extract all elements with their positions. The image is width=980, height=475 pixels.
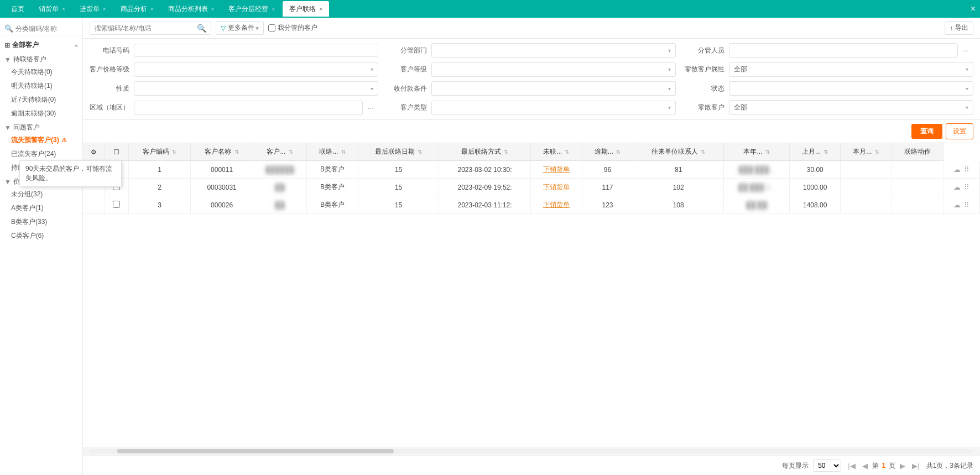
next-page-btn[interactable]: ▶ <box>898 461 908 471</box>
my-customers-wrap: 我分管的客户 <box>268 23 317 33</box>
filter-dept-label: 分管部门 <box>387 46 431 55</box>
tab-sales[interactable]: 销货单 × <box>32 1 72 17</box>
sidebar-item-class-c[interactable]: C类客户(6) <box>0 229 82 243</box>
sidebar-all-customers[interactable]: ⊞ 全部客户 « <box>0 38 82 53</box>
sidebar-item-today[interactable]: 今天待联络(0) <box>0 65 82 79</box>
col-last-date[interactable]: 最后联络日期 ⇅ <box>358 143 439 161</box>
tab-home[interactable]: 首页 <box>4 1 31 17</box>
row-checkbox-cell[interactable] <box>105 196 128 214</box>
filter-manager: 分管人员 ··· <box>685 43 973 58</box>
warning-icon: ⚠ <box>61 137 67 144</box>
sidebar-item-7days[interactable]: 近7天待联络(0) <box>0 93 82 107</box>
sidebar-item-class-b[interactable]: B类客户(33) <box>0 215 82 229</box>
tab-purchase-close[interactable]: × <box>103 6 106 12</box>
tab-analysis-list[interactable]: 商品分析列表 × <box>161 1 221 17</box>
sidebar-search-input[interactable] <box>15 25 83 33</box>
tab-customer-tier[interactable]: 客户分层经营 × <box>222 1 282 17</box>
table-row: 3 000026 ██ B类客户 15 2023-02-03 11:12: 下销… <box>83 196 980 214</box>
filter-retail-customer-select[interactable]: 全部 ▾ <box>729 100 973 115</box>
col-uncontacted[interactable]: 未联... ⇅ <box>530 143 582 161</box>
col-overdue[interactable]: 逾期... ⇅ <box>582 143 633 161</box>
sidebar-section-problem[interactable]: ▼ 问题客户 <box>0 121 82 133</box>
search-button[interactable]: 🔍 <box>197 24 206 33</box>
filter-row-3: 性质 ▾ 收付款条件 ▾ 状态 <box>90 81 973 96</box>
row-last-method[interactable]: 下销货单 <box>530 161 582 179</box>
filter-region-more[interactable]: ··· <box>363 103 378 112</box>
more-actions-icon[interactable]: ⠿ <box>964 165 969 174</box>
tab-analysis-close[interactable]: × <box>150 6 154 12</box>
col-code[interactable]: 客户编码 ⇅ <box>128 143 190 161</box>
horizontal-scrollbar[interactable] <box>90 449 973 453</box>
filter-region-label: 区域（地区） <box>90 103 134 112</box>
sidebar-collapse-btn[interactable]: « <box>75 42 78 49</box>
filter-nature-label: 性质 <box>90 84 134 93</box>
col-this-month[interactable]: 本月... ⇅ <box>841 143 892 161</box>
sidebar-item-ungrouped[interactable]: 未分组(32) <box>0 187 82 201</box>
first-page-btn[interactable]: |◀ <box>846 461 857 471</box>
col-checkbox[interactable]: ☐ <box>105 143 128 161</box>
query-button[interactable]: 查询 <box>911 124 942 139</box>
close-all-btn[interactable]: × <box>971 4 976 14</box>
filter-dept-select[interactable]: ▾ <box>431 43 676 58</box>
tab-analysis[interactable]: 商品分析 × <box>114 1 160 17</box>
col-contact-count[interactable]: 联络... ⇅ <box>307 143 358 161</box>
sidebar-item-class-a[interactable]: A类客户(1) <box>0 201 82 215</box>
col-contact-person[interactable]: 往来单位联系人 ⇅ <box>633 143 724 161</box>
filter-status-select[interactable]: ▾ <box>729 81 973 96</box>
col-this-year[interactable]: 本年... ⇅ <box>724 143 790 161</box>
footer: 每页显示 50 100 200 |◀ ◀ 第 1 页 ▶ ▶| 共1页，3条记录 <box>83 456 980 475</box>
tab-purchase[interactable]: 进货单 × <box>73 1 113 17</box>
sidebar-item-overdue[interactable]: 逾期未联络(30) <box>0 107 82 121</box>
row-overdue: 81 <box>633 161 724 179</box>
row-last-method[interactable]: 下销货单 <box>530 179 582 196</box>
settings-button[interactable]: 设置 <box>946 123 973 139</box>
contact-icon[interactable]: ☁ <box>953 183 961 191</box>
last-page-btn[interactable]: ▶| <box>910 461 921 471</box>
filter-more-btn[interactable]: ▽ 更多条件 ▾ <box>216 21 264 35</box>
scrollbar-thumb[interactable] <box>117 449 394 453</box>
col-type[interactable]: 客户... ⇅ <box>253 143 307 161</box>
tab-analysis-list-close[interactable]: × <box>211 6 215 12</box>
sidebar-item-churn-warning[interactable]: 流失预警客户(3) ⚠ <box>0 133 82 147</box>
sidebar-item-tomorrow[interactable]: 明天待联络(1) <box>0 79 82 93</box>
tab-sales-close[interactable]: × <box>62 6 65 12</box>
filter-phone: 电话号码 <box>90 44 378 57</box>
tab-customer-contact-close[interactable]: × <box>319 6 322 12</box>
filter-customer-tier-select[interactable]: ▾ <box>431 62 676 77</box>
prev-page-btn[interactable]: ◀ <box>860 461 870 471</box>
col-gear[interactable]: ⚙ <box>83 143 105 161</box>
sidebar-item-churned[interactable]: 已流失客户(24) <box>0 147 82 161</box>
filter-retail-attr-select[interactable]: 全部 ▾ <box>729 62 973 77</box>
filter-manager-select[interactable] <box>729 43 958 58</box>
filter-phone-input[interactable] <box>134 44 378 57</box>
contact-icon[interactable]: ☁ <box>953 165 961 174</box>
col-last-method[interactable]: 最后联络方式 ⇅ <box>439 143 530 161</box>
per-page-select[interactable]: 50 100 200 <box>813 460 841 472</box>
filter-manager-more[interactable]: ··· <box>958 46 973 55</box>
filter-retail-attr: 零散客户属性 全部 ▾ <box>685 62 973 77</box>
tab-customer-tier-close[interactable]: × <box>272 6 275 12</box>
col-name[interactable]: 客户名称 ⇅ <box>191 143 253 161</box>
filter-price-tier-select[interactable]: ▾ <box>134 62 378 77</box>
filter-row-1: 电话号码 分管部门 ▾ 分管人员 ··· <box>90 43 973 58</box>
my-customers-checkbox[interactable] <box>268 24 275 32</box>
col-last-month[interactable]: 上月... ⇅ <box>790 143 841 161</box>
filter-region-select[interactable] <box>134 101 363 115</box>
sidebar-section-pending[interactable]: ▼ 待联络客户 <box>0 53 82 65</box>
search-input[interactable] <box>95 24 197 32</box>
filter-customer-type-select[interactable]: ▾ <box>431 101 676 115</box>
filter-payment-label: 收付款条件 <box>387 84 431 93</box>
contact-icon[interactable]: ☁ <box>953 201 961 209</box>
more-actions-icon[interactable]: ⠿ <box>964 183 969 191</box>
customer-type-caret-icon: ▾ <box>668 105 671 111</box>
tab-customer-contact[interactable]: 客户联络 × <box>283 1 329 17</box>
more-actions-icon[interactable]: ⠿ <box>964 201 969 209</box>
row-code: 000011 <box>191 161 253 179</box>
row-last-method[interactable]: 下销货单 <box>530 196 582 214</box>
export-btn[interactable]: ↑ 导出 <box>945 21 973 35</box>
per-page-label: 每页显示 <box>782 461 809 471</box>
filter-nature-select[interactable]: ▾ <box>134 81 378 96</box>
grid-icon: ⊞ <box>4 41 10 49</box>
filter-payment-select[interactable]: ▾ <box>431 81 676 96</box>
filter-customer-tier-label: 客户等级 <box>387 65 431 74</box>
